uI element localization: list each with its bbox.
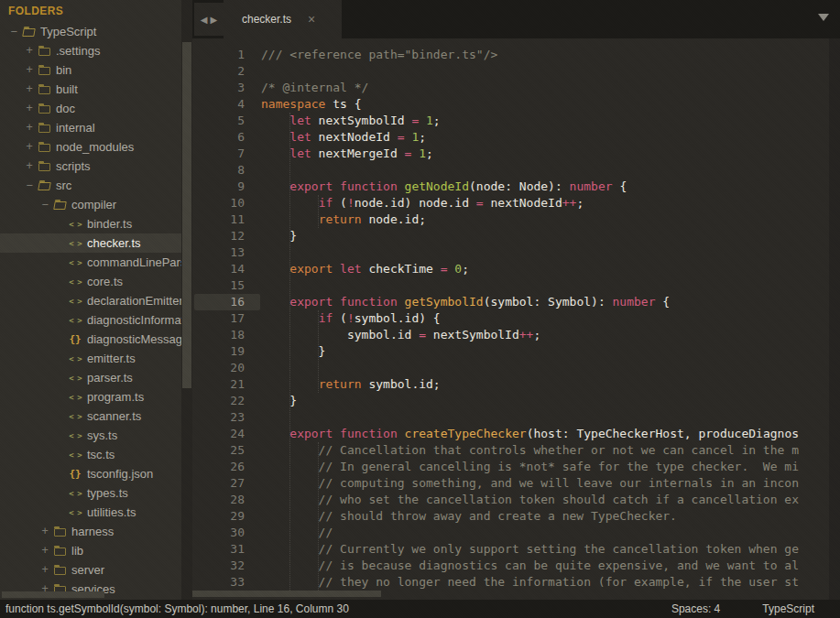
tree-item-parser-ts[interactable]: < >parser.ts (0, 368, 181, 387)
expand-icon[interactable]: + (23, 41, 36, 60)
line-number: 15 (192, 277, 245, 294)
code-text: return symbol.id; (261, 377, 441, 391)
code-line[interactable]: 30 // (192, 525, 840, 541)
typescript-file-icon: < > (69, 220, 81, 229)
folder-icon (38, 48, 50, 56)
expand-icon[interactable]: + (23, 80, 36, 99)
code-line[interactable]: 11 return node.id; (192, 211, 840, 228)
collapse-icon[interactable]: − (7, 22, 20, 41)
tree-item-lib[interactable]: +lib (0, 541, 181, 560)
code-line[interactable]: 33 // they no longer need the informatio… (192, 574, 840, 591)
code-line[interactable]: 7 let nextMergeId = 1; (192, 146, 840, 162)
tree-item-diagnosticmessages-json[interactable]: {}diagnosticMessages.json (0, 330, 181, 349)
collapse-icon[interactable]: − (23, 176, 36, 195)
tree-item-types-ts[interactable]: < >types.ts (0, 483, 181, 503)
tree-item-scripts[interactable]: +scripts (0, 157, 181, 176)
sidebar-horizontal-scrollbar-thumb[interactable] (2, 591, 104, 598)
code-text: /// <reference path="binder.ts"/> (261, 48, 497, 61)
tree-item-utilities-ts[interactable]: < >utilities.ts (0, 503, 181, 522)
tree-item-settings[interactable]: +.settings (0, 41, 181, 60)
tab-checker-ts[interactable]: checker.ts × (224, 0, 342, 38)
code-line[interactable]: 17 if (!symbol.id) { (192, 310, 840, 327)
tree-item-declarationemitter-ts[interactable]: < >declarationEmitter.ts (0, 291, 181, 310)
tree-item-node-modules[interactable]: +node_modules (0, 137, 181, 157)
nav-back-icon[interactable]: ◀ (201, 15, 208, 25)
code-line[interactable]: 20 (192, 360, 840, 376)
code-line[interactable]: 6 let nextNodeId = 1; (192, 129, 840, 146)
status-syntax-setting[interactable]: TypeScript (762, 602, 814, 615)
code-line[interactable]: 32 // is because diagnostics can be quit… (192, 558, 840, 574)
sidebar-vertical-scrollbar-thumb[interactable] (182, 42, 191, 388)
expand-icon[interactable]: + (23, 99, 36, 118)
expand-icon[interactable]: + (23, 118, 36, 137)
code-line[interactable]: 9 export function getNodeId(node: Node):… (192, 179, 840, 195)
code-line[interactable]: 18 symbol.id = nextSymbolId++; (192, 327, 840, 343)
code-line[interactable]: 5 let nextSymbolId = 1; (192, 113, 840, 129)
tree-item-src[interactable]: −src (0, 176, 181, 195)
tree-item-doc[interactable]: +doc (0, 99, 181, 118)
code-line[interactable]: 16 export function getSymbolId(symbol: S… (192, 294, 840, 310)
code-line[interactable]: 12 } (192, 228, 840, 244)
tree-item-tsc-ts[interactable]: < >tsc.ts (0, 445, 181, 464)
code-line[interactable]: 29 // should throw away and create a new… (192, 508, 840, 525)
tree-item-binder-ts[interactable]: < >binder.ts (0, 214, 181, 233)
tab-close-icon[interactable]: × (308, 12, 315, 27)
tree-item-emitter-ts[interactable]: < >emitter.ts (0, 349, 181, 368)
tree-item-typescript[interactable]: −TypeScript (0, 22, 181, 41)
tree-item-program-ts[interactable]: < >program.ts (0, 387, 181, 407)
tree-item-scanner-ts[interactable]: < >scanner.ts (0, 407, 181, 426)
code-line[interactable]: 27 // computing something, and we will l… (192, 475, 840, 492)
typescript-file-icon: < > (69, 393, 81, 402)
code-line[interactable]: 31 // Currently we only support setting … (192, 541, 840, 558)
tree-item-built[interactable]: +built (0, 80, 181, 99)
tree-item-compiler[interactable]: −compiler (0, 195, 181, 214)
code-line[interactable]: 28 // who set the cancellation token sho… (192, 492, 840, 508)
tree-item-label: .settings (56, 44, 100, 58)
tree-item-checker-ts[interactable]: < >checker.ts (0, 233, 181, 253)
tree-item-core-ts[interactable]: < >core.ts (0, 272, 181, 291)
tree-item-sys-ts[interactable]: < >sys.ts (0, 426, 181, 445)
expand-icon[interactable]: + (23, 157, 36, 176)
code-line[interactable]: 23 (192, 409, 840, 426)
tab-overflow-icon[interactable] (818, 14, 829, 21)
code-line[interactable]: 22 } (192, 393, 840, 409)
code-line[interactable]: 4namespace ts { (192, 96, 840, 113)
expand-icon[interactable]: + (23, 60, 36, 80)
expand-icon[interactable]: + (38, 560, 51, 580)
collapse-icon[interactable]: − (38, 195, 51, 214)
tree-item-label: lib (71, 544, 83, 558)
status-indent-setting[interactable]: Spaces: 4 (671, 602, 720, 615)
code-line[interactable]: 3/* @internal */ (192, 80, 840, 96)
line-number: 28 (192, 492, 245, 508)
expand-icon[interactable]: + (38, 522, 51, 541)
code-line[interactable]: 15 (192, 277, 840, 294)
editor-horizontal-scrollbar-thumb[interactable] (192, 591, 381, 597)
tree-item-server[interactable]: +server (0, 560, 181, 580)
tree-item-bin[interactable]: +bin (0, 60, 181, 80)
code-line[interactable]: 1/// <reference path="binder.ts"/> (192, 47, 840, 63)
tree-item-diagnosticinformationmap-generated-ts[interactable]: < >diagnosticInformationMap.generated.ts (0, 310, 181, 330)
tree-item-commandlineparser-ts[interactable]: < >commandLineParser.ts (0, 253, 181, 272)
code-line[interactable]: 25 // Cancellation that controls whether… (192, 442, 840, 459)
code-line[interactable]: 13 (192, 244, 840, 261)
typescript-file-icon: < > (67, 393, 83, 402)
code-line[interactable]: 10 if (!node.id) node.id = nextNodeId++; (192, 195, 840, 211)
expand-icon[interactable]: + (23, 137, 36, 157)
code-line[interactable]: 21 return symbol.id; (192, 376, 840, 393)
code-line[interactable]: 24 export function createTypeChecker(hos… (192, 426, 840, 442)
tree-item-harness[interactable]: +harness (0, 522, 181, 541)
code-line[interactable]: 14 export let checkTime = 0; (192, 261, 840, 277)
tree-item-internal[interactable]: +internal (0, 118, 181, 137)
tree-item-label: declarationEmitter.ts (87, 294, 181, 308)
expand-icon[interactable]: + (38, 541, 51, 560)
nav-forward-icon[interactable]: ▶ (211, 15, 218, 25)
code-line[interactable]: 19 } (192, 343, 840, 360)
tree-item-label: emitter.ts (87, 352, 136, 365)
code-line[interactable]: 8 (192, 162, 840, 179)
code-text: // should throw away and create a new Ty… (261, 509, 677, 523)
code-editor[interactable]: 1/// <reference path="binder.ts"/>23/* @… (192, 38, 840, 600)
code-line[interactable]: 2 (192, 63, 840, 80)
folder-icon (54, 567, 66, 575)
tree-item-tsconfig-json[interactable]: {}tsconfig.json (0, 464, 181, 483)
code-line[interactable]: 26 // In general cancelling is *not* saf… (192, 459, 840, 475)
